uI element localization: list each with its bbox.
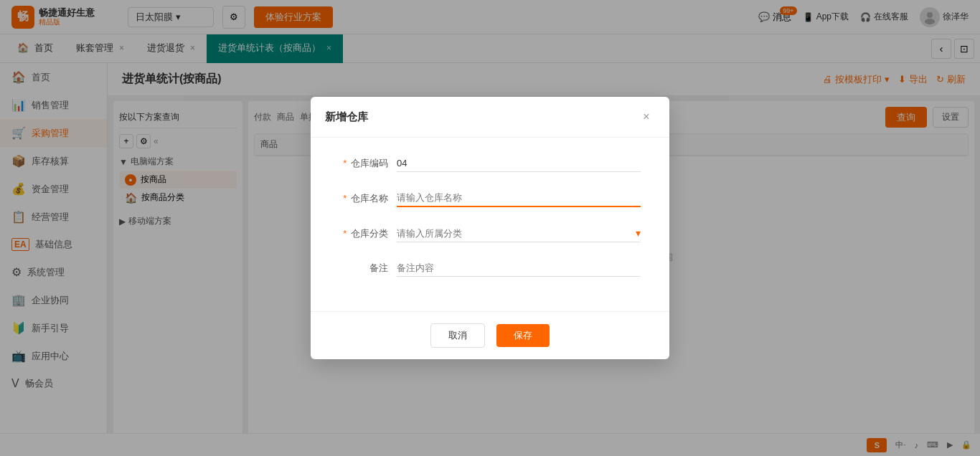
dialog-body: * 仓库编码 * 仓库名称 * 仓库分类 ▾ — [311, 138, 669, 311]
code-label: * 仓库编码 — [339, 157, 397, 170]
dialog-close-button[interactable]: × — [638, 108, 655, 125]
category-label: * 仓库分类 — [339, 227, 397, 240]
dialog-header: 新增仓库 × — [311, 97, 669, 138]
remark-label: 备注 — [339, 262, 397, 275]
add-warehouse-dialog: 新增仓库 × * 仓库编码 * 仓库名称 * — [311, 97, 669, 359]
form-row-name: * 仓库名称 — [339, 189, 641, 207]
dialog-footer: 取消 保存 — [311, 311, 669, 359]
name-input[interactable] — [397, 189, 641, 207]
chevron-down-icon: ▾ — [636, 227, 641, 239]
form-row-remark: 备注 — [339, 260, 641, 277]
form-row-category: * 仓库分类 ▾ — [339, 224, 641, 242]
form-row-code: * 仓库编码 — [339, 155, 641, 172]
remark-input[interactable] — [397, 260, 641, 277]
dialog-title: 新增仓库 — [325, 110, 368, 124]
save-button[interactable]: 保存 — [496, 324, 550, 347]
cancel-button[interactable]: 取消 — [430, 323, 485, 348]
category-input[interactable] — [397, 228, 636, 239]
name-label: * 仓库名称 — [339, 192, 397, 205]
code-input[interactable] — [397, 155, 641, 172]
category-select[interactable]: ▾ — [397, 224, 641, 242]
modal-overlay[interactable]: 新增仓库 × * 仓库编码 * 仓库名称 * — [0, 0, 980, 456]
